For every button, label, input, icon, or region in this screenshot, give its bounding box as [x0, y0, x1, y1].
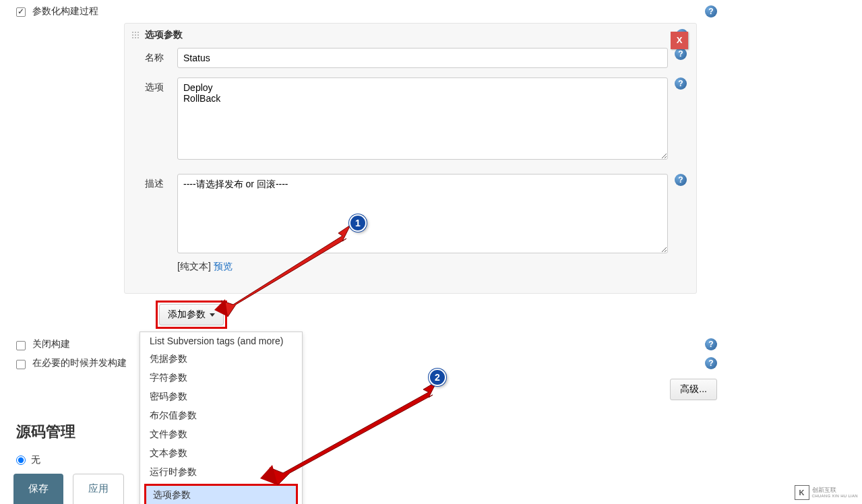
close-panel-button[interactable]: X: [671, 32, 688, 49]
help-icon[interactable]: ?: [675, 174, 687, 186]
add-parameter-highlight: 添加参数: [156, 301, 227, 329]
dd-item-text[interactable]: 文本参数: [140, 444, 302, 463]
dd-item-svn-tags[interactable]: List Subversion tags (and more): [140, 332, 302, 350]
name-label: 名称: [145, 48, 177, 64]
annotation-badge-1: 1: [349, 214, 367, 232]
dd-item-choice-highlight: 选项参数: [140, 484, 302, 504]
save-button[interactable]: 保存: [13, 474, 63, 504]
chevron-down-icon: [210, 313, 215, 317]
annotation-badge-2: 2: [429, 369, 446, 386]
desc-textarea[interactable]: [177, 174, 668, 253]
drag-handle-icon[interactable]: [131, 31, 140, 39]
parameterized-build-checkbox[interactable]: [16, 7, 26, 17]
add-parameter-label: 添加参数: [168, 309, 206, 321]
close-build-checkbox[interactable]: [16, 341, 26, 350]
desc-label: 描述: [145, 174, 177, 190]
add-parameter-dropdown: List Subversion tags (and more) 凭据参数 字符参…: [140, 332, 303, 504]
scm-none-radio[interactable]: [16, 455, 26, 465]
help-icon[interactable]: ?: [705, 357, 717, 369]
concurrent-build-checkbox[interactable]: [16, 360, 26, 369]
advanced-button[interactable]: 高级...: [670, 379, 717, 400]
watermark-en: CHUANG XIN HU LIAN: [812, 494, 858, 499]
scm-heading: 源码管理: [16, 422, 717, 442]
watermark-cn: 创新互联: [812, 487, 858, 494]
preview-link[interactable]: 预览: [214, 261, 233, 272]
dd-item-runtime[interactable]: 运行时参数: [140, 463, 302, 482]
scm-none-label: 无: [31, 454, 40, 466]
help-icon[interactable]: ?: [675, 48, 687, 60]
parameterized-build-label: 参数化构建过程: [32, 5, 98, 18]
dd-item-string[interactable]: 字符参数: [140, 369, 302, 387]
options-textarea[interactable]: [177, 77, 668, 160]
watermark: K 创新互联 CHUANG XIN HU LIAN: [795, 485, 858, 500]
concurrent-build-label: 在必要的时候并发构建: [32, 357, 127, 369]
help-icon[interactable]: ?: [705, 5, 717, 18]
dd-item-choice[interactable]: 选项参数: [144, 484, 298, 504]
name-input[interactable]: [177, 48, 668, 68]
options-label: 选项: [145, 77, 177, 94]
dd-item-password[interactable]: 密码参数: [140, 387, 302, 406]
choice-parameter-panel: X 选项参数 ? 名称 ? 选项 ?: [124, 23, 697, 294]
plain-text-label: [纯文本]: [177, 261, 211, 272]
panel-title: 选项参数: [145, 29, 183, 41]
close-build-label: 关闭构建: [32, 338, 70, 350]
watermark-logo-icon: K: [795, 485, 809, 500]
dd-item-credentials[interactable]: 凭据参数: [140, 350, 302, 369]
dd-item-boolean[interactable]: 布尔值参数: [140, 406, 302, 425]
apply-button[interactable]: 应用: [73, 474, 124, 504]
help-icon[interactable]: ?: [705, 338, 717, 350]
add-parameter-button[interactable]: 添加参数: [159, 304, 224, 325]
help-icon[interactable]: ?: [675, 77, 687, 90]
dd-item-file[interactable]: 文件参数: [140, 425, 302, 444]
